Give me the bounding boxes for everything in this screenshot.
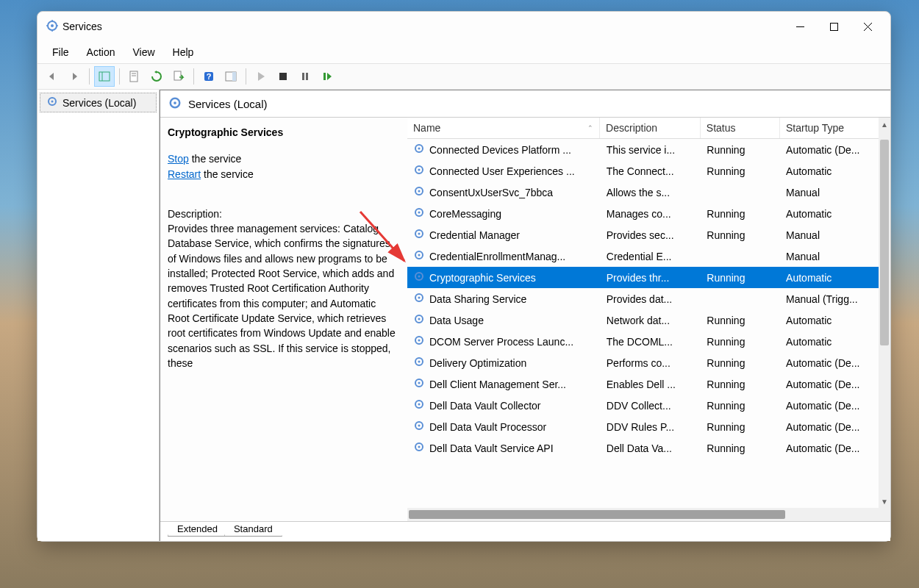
back-button[interactable]	[42, 66, 62, 87]
minimize-button[interactable]	[783, 15, 817, 38]
table-row[interactable]: Dell Data Vault Service APIDell Data Va.…	[407, 437, 890, 459]
close-button[interactable]	[851, 15, 884, 38]
stop-link[interactable]: Stop	[168, 153, 189, 165]
show-hide-tree-button[interactable]	[94, 66, 115, 87]
svg-point-37	[418, 233, 421, 235]
tab-standard[interactable]: Standard	[224, 522, 282, 537]
col-description[interactable]: Description	[600, 118, 701, 138]
col-startup[interactable]: Startup Type	[780, 118, 890, 138]
gear-icon	[413, 398, 425, 412]
vertical-scrollbar[interactable]: ▲ ▼	[879, 118, 890, 508]
cell-status: Running	[701, 315, 780, 326]
cell-startup: Automatic (De...	[780, 379, 890, 390]
desktop-background: Services File Action View Help ? Se	[0, 0, 919, 588]
svg-point-43	[418, 297, 421, 299]
cell-startup: Automatic	[780, 165, 890, 177]
cell-status: Running	[701, 144, 780, 156]
help-button[interactable]: ?	[199, 66, 219, 87]
cell-desc: DDV Rules P...	[601, 421, 701, 433]
gear-icon	[413, 313, 425, 327]
svg-point-45	[418, 318, 421, 320]
menu-action[interactable]: Action	[78, 43, 124, 61]
refresh-button[interactable]	[146, 66, 167, 87]
gear-icon	[413, 185, 425, 199]
col-status[interactable]: Status	[701, 118, 780, 138]
svg-point-1	[51, 24, 54, 27]
cell-desc: This service i...	[601, 144, 701, 156]
svg-point-25	[51, 101, 54, 103]
svg-point-33	[418, 190, 421, 193]
cell-desc: Allows the s...	[601, 187, 701, 198]
menu-help[interactable]: Help	[164, 43, 203, 61]
cell-startup: Automatic	[780, 272, 890, 284]
cell-startup: Automatic (De...	[780, 421, 890, 433]
svg-rect-21	[302, 73, 304, 80]
horizontal-scrollbar[interactable]	[407, 508, 890, 521]
cell-desc: Performs co...	[601, 357, 701, 369]
svg-point-31	[418, 169, 421, 171]
cell-name: Connected User Experiences ...	[407, 164, 601, 178]
svg-rect-23	[323, 73, 326, 80]
cell-desc: Manages co...	[601, 208, 701, 220]
service-list[interactable]: Name⌃ Description Status Startup Type Co…	[407, 118, 890, 521]
table-row[interactable]: CredentialEnrollmentManag...Credential E…	[407, 245, 890, 267]
toolbar: ?	[37, 63, 890, 90]
cell-startup: Automatic (De...	[780, 400, 890, 412]
table-row[interactable]: Dell Data Vault CollectorDDV Collect...R…	[407, 395, 890, 416]
hscroll-thumb[interactable]	[409, 510, 785, 519]
table-row[interactable]: Connected Devices Platform ...This servi…	[407, 139, 890, 160]
panel-title: Services (Local)	[188, 98, 268, 110]
titlebar[interactable]: Services	[37, 12, 890, 41]
svg-point-49	[418, 361, 421, 363]
console-tree[interactable]: Services (Local)	[37, 90, 160, 541]
view-tabs: Extended Standard	[160, 521, 890, 541]
scroll-up-button[interactable]: ▲	[879, 118, 890, 131]
pause-service-button[interactable]	[295, 66, 315, 87]
table-row[interactable]: Credential ManagerProvides sec...Running…	[407, 224, 890, 245]
list-header[interactable]: Name⌃ Description Status Startup Type	[407, 118, 890, 139]
table-row[interactable]: Dell Data Vault ProcessorDDV Rules P...R…	[407, 416, 890, 437]
cell-startup: Manual (Trigg...	[780, 293, 890, 305]
cell-status: Running	[701, 229, 780, 241]
svg-point-47	[418, 340, 421, 342]
gear-icon	[413, 377, 425, 391]
action-pane-button[interactable]	[221, 66, 241, 87]
gear-icon	[413, 420, 425, 434]
scroll-down-button[interactable]: ▼	[879, 495, 890, 508]
gear-icon	[168, 96, 182, 112]
table-row[interactable]: DCOM Server Process Launc...The DCOML...…	[407, 331, 890, 352]
table-row[interactable]: Delivery OptimizationPerforms co...Runni…	[407, 352, 890, 373]
col-name[interactable]: Name⌃	[407, 118, 600, 138]
table-row[interactable]: Data UsageNetwork dat...RunningAutomatic	[407, 309, 890, 331]
cell-status: Running	[701, 379, 780, 390]
export-button[interactable]	[168, 66, 189, 87]
svg-rect-20	[279, 73, 287, 80]
svg-rect-19	[232, 72, 236, 81]
tree-item-services-local[interactable]: Services (Local)	[40, 93, 157, 112]
scroll-thumb[interactable]	[880, 140, 889, 345]
table-row[interactable]: Dell Client Management Ser...Enables Del…	[407, 373, 890, 395]
table-row[interactable]: CoreMessagingManages co...RunningAutomat…	[407, 203, 890, 224]
gear-icon	[413, 249, 425, 263]
properties-button[interactable]	[124, 66, 145, 87]
start-service-button[interactable]	[251, 66, 271, 87]
tab-extended[interactable]: Extended	[168, 522, 227, 537]
cell-name: ConsentUxUserSvc_7bbca	[407, 185, 601, 199]
cell-desc: Provides thr...	[601, 272, 701, 284]
table-row[interactable]: Connected User Experiences ...The Connec…	[407, 160, 890, 182]
cell-name: Credential Manager	[407, 228, 601, 242]
menu-view[interactable]: View	[124, 43, 163, 61]
table-row[interactable]: ConsentUxUserSvc_7bbcaAllows the s...Man…	[407, 182, 890, 203]
menu-file[interactable]: File	[43, 43, 78, 61]
panel-header: Services (Local)	[160, 90, 890, 118]
tree-item-label: Services (Local)	[62, 97, 136, 109]
table-row[interactable]: Cryptographic ServicesProvides thr...Run…	[407, 267, 890, 288]
maximize-button[interactable]	[817, 15, 851, 38]
table-row[interactable]: Data Sharing ServiceProvides dat...Manua…	[407, 288, 890, 309]
stop-service-button[interactable]	[273, 66, 293, 87]
restart-link[interactable]: Restart	[168, 168, 201, 180]
gear-icon	[413, 228, 425, 242]
restart-service-button[interactable]	[317, 66, 337, 87]
svg-point-39	[418, 254, 421, 257]
forward-button[interactable]	[64, 66, 85, 87]
